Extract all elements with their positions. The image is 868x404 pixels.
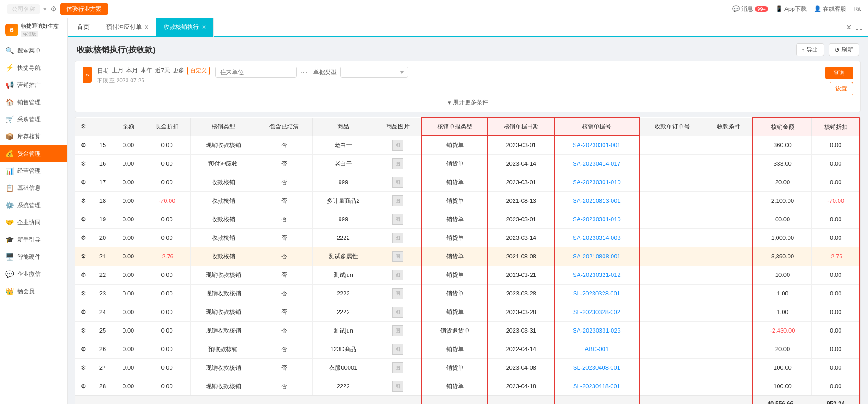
- tab-collection-close[interactable]: ✕: [202, 24, 206, 30]
- date-this-month[interactable]: 本月: [126, 67, 138, 75]
- bill-no-link[interactable]: SA-20230321-012: [573, 271, 621, 278]
- sidebar-item-inventory[interactable]: 📦 库存核算: [0, 128, 67, 145]
- td-cash-discount: 0.00: [143, 266, 190, 284]
- settings-button[interactable]: 设置: [830, 82, 853, 95]
- td-settings[interactable]: ⚙: [75, 191, 92, 210]
- td-bill-date: 2023-03-01: [488, 136, 554, 154]
- td-settings[interactable]: ⚙: [75, 284, 92, 303]
- app-download-label: App下载: [784, 5, 807, 13]
- user-name[interactable]: Rit: [854, 5, 861, 12]
- settings-icon[interactable]: ⚙: [50, 5, 57, 13]
- tab-prepay[interactable]: 预付冲应付单 ✕: [99, 18, 156, 37]
- sidebar-item-quick-nav[interactable]: ⚡ 快捷导航: [0, 59, 67, 76]
- bill-no-link[interactable]: SL-20230328-002: [573, 309, 620, 315]
- td-receipt-condition: [705, 321, 753, 340]
- footer-bill-no: [554, 396, 639, 404]
- messages-label: 消息: [741, 5, 753, 13]
- bill-no-link[interactable]: SA-20230301-010: [573, 216, 621, 223]
- date-custom-btn[interactable]: 自定义: [187, 67, 210, 75]
- td-settings[interactable]: ⚙: [75, 173, 92, 191]
- bill-no-link[interactable]: SA-20210813-001: [573, 197, 621, 204]
- sidebar-item-search[interactable]: 🔍 搜索菜单: [0, 42, 67, 59]
- td-settings[interactable]: ⚙: [75, 358, 92, 377]
- sidebar-item-capital[interactable]: 💰 资金管理: [0, 145, 67, 162]
- table-row: ⚙ 17 0.00 0.00 收款核销 否 999 图 销货单 2023-03-…: [75, 173, 860, 191]
- counterparty-dots[interactable]: ···: [300, 69, 308, 76]
- date-this-year[interactable]: 本年: [141, 67, 152, 75]
- td-cancel-amount: 60.00: [753, 210, 812, 228]
- sidebar-item-sales[interactable]: 🏠 销售管理: [0, 94, 67, 111]
- table-row: ⚙ 28 0.00 0.00 现销收款核销 否 2222 图 销货单 2023-…: [75, 377, 860, 396]
- tab-prepay-close[interactable]: ✕: [144, 24, 149, 30]
- tab-close-window-icon[interactable]: ✕: [846, 23, 852, 32]
- top-bar-right: 💬 消息 99+ 📱 App下载 👤 在线客服 Rit: [732, 5, 861, 13]
- tab-collection[interactable]: 收款核销执行 ✕: [156, 18, 214, 37]
- solution-button[interactable]: 体验行业方案: [60, 3, 108, 15]
- td-goods-img: 图: [374, 284, 422, 303]
- export-icon: ↑: [802, 47, 805, 53]
- counterparty-input[interactable]: [215, 67, 297, 78]
- td-bill-no: ABC-001: [554, 340, 639, 358]
- td-settings[interactable]: ⚙: [75, 247, 92, 266]
- td-settings[interactable]: ⚙: [75, 210, 92, 228]
- bill-no-link[interactable]: SA-20230301-001: [573, 142, 621, 148]
- td-receipt-condition: [705, 340, 753, 358]
- bill-no-link[interactable]: SL-20230328-001: [573, 290, 620, 297]
- tab-home[interactable]: 首页: [68, 18, 99, 37]
- td-cash-discount: 0.00: [143, 303, 190, 321]
- td-settings[interactable]: ⚙: [75, 340, 92, 358]
- refresh-button[interactable]: ↺ 刷新: [829, 43, 859, 56]
- filter-expand-btn[interactable]: »: [83, 67, 92, 83]
- sidebar-item-operations[interactable]: 📊 经营管理: [0, 162, 67, 180]
- online-service-button[interactable]: 👤 在线客服: [814, 5, 846, 13]
- th-settings[interactable]: ⚙: [75, 118, 92, 136]
- sidebar-item-basic[interactable]: 📋 基础信息: [0, 180, 67, 197]
- td-settings[interactable]: ⚙: [75, 377, 92, 396]
- logo-tag: 标准版: [21, 31, 38, 37]
- td-settings[interactable]: ⚙: [75, 136, 92, 154]
- export-button[interactable]: ↑ 导出: [796, 43, 825, 56]
- bill-no-link[interactable]: ABC-001: [585, 346, 609, 352]
- td-settings[interactable]: ⚙: [75, 228, 92, 247]
- td-goods-img: 图: [374, 210, 422, 228]
- td-receipt-condition: [705, 266, 753, 284]
- quicknav-icon: ⚡: [5, 64, 14, 72]
- td-settings[interactable]: ⚙: [75, 321, 92, 340]
- bill-no-link[interactable]: SA-20210808-001: [573, 253, 621, 260]
- td-bill-no: SL-20230408-001: [554, 358, 639, 377]
- date-last-month[interactable]: 上月: [112, 67, 123, 75]
- query-button[interactable]: 查询: [825, 67, 853, 79]
- expand-more-conditions[interactable]: ▾ 展开更多条件: [83, 95, 853, 106]
- dropdown-arrow[interactable]: ▾: [43, 5, 47, 12]
- messages-button[interactable]: 💬 消息 99+: [732, 5, 768, 13]
- marketing-icon: 📢: [5, 81, 14, 89]
- td-goods: 2222: [312, 284, 374, 303]
- date-last-7[interactable]: 近7天: [155, 67, 170, 75]
- tab-maximize-icon[interactable]: ⛶: [855, 23, 863, 31]
- td-bill-no: SL-20230328-002: [554, 303, 639, 321]
- bill-type-select[interactable]: [340, 67, 408, 78]
- td-settings[interactable]: ⚙: [75, 154, 92, 173]
- bill-no-link[interactable]: SA-20230301-010: [573, 179, 621, 185]
- bill-no-link[interactable]: SL-20230408-001: [573, 364, 620, 371]
- sidebar-item-label: 营销推广: [17, 81, 41, 89]
- td-settled: 否: [256, 303, 312, 321]
- sidebar-item-system[interactable]: ⚙️ 系统管理: [0, 197, 67, 214]
- sidebar-item-purchase[interactable]: 🛒 采购管理: [0, 111, 67, 128]
- date-more[interactable]: 更多: [173, 67, 184, 75]
- sidebar-item-marketing[interactable]: 📢 营销推广: [0, 76, 67, 94]
- table-row: ⚙ 16 0.00 0.00 预付冲应收 否 老白干 图 销货单 2023-04…: [75, 154, 860, 173]
- date-range-display: 不限 至 2023-07-26: [97, 77, 210, 85]
- sidebar-item-beginner[interactable]: 🎓 新手引导: [0, 231, 67, 248]
- bill-no-link[interactable]: SL-20230418-001: [573, 383, 620, 390]
- td-settings[interactable]: ⚙: [75, 303, 92, 321]
- bill-no-link[interactable]: SA-20230314-008: [573, 234, 621, 241]
- sidebar-item-member[interactable]: 👑 畅会员: [0, 283, 67, 300]
- bill-no-link[interactable]: SA-20230331-026: [573, 327, 621, 334]
- sidebar-item-hardware[interactable]: 🖥️ 智能硬件: [0, 248, 67, 266]
- sidebar-item-wechat[interactable]: 💬 企业微信: [0, 266, 67, 283]
- bill-no-link[interactable]: SA-20230414-017: [573, 160, 621, 167]
- sidebar-item-enterprise[interactable]: 🤝 企业协同: [0, 214, 67, 231]
- td-settings[interactable]: ⚙: [75, 266, 92, 284]
- app-download-button[interactable]: 📱 App下载: [775, 5, 807, 13]
